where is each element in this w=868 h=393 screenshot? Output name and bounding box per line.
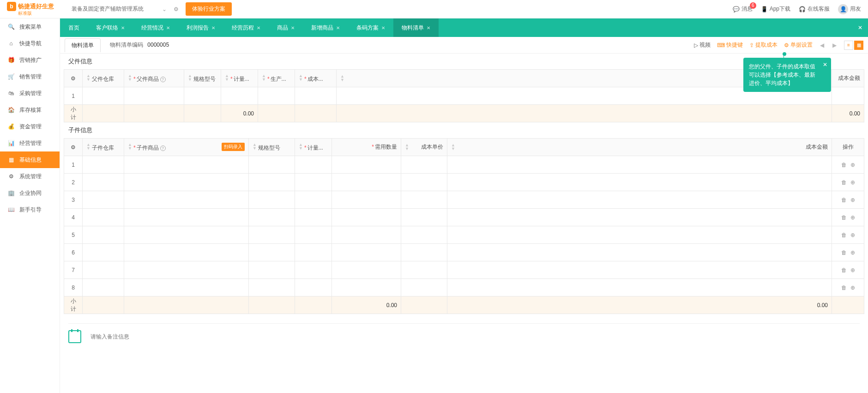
add-icon[interactable]: ⊕	[850, 232, 855, 238]
doc-setting-link[interactable]: ⚙单据设置	[784, 41, 813, 49]
tab-物料清单[interactable]: 物料清单✕	[393, 18, 439, 37]
delete-icon[interactable]: 🗑	[841, 162, 847, 168]
chart-icon: 📊	[7, 140, 15, 146]
sidebar-item-gift[interactable]: 🎁营销推广	[0, 52, 60, 68]
sidebar-item-guide[interactable]: 📖新手引导	[0, 201, 60, 218]
delete-icon[interactable]: 🗑	[841, 197, 847, 203]
view-list-button[interactable]: ≡	[844, 41, 853, 50]
table-row[interactable]: 3🗑⊕	[64, 191, 864, 209]
online-service-button[interactable]: 🎧 在线客服	[799, 5, 830, 13]
calendar-icon[interactable]	[68, 330, 81, 343]
table-row[interactable]: 6🗑⊕	[64, 244, 864, 261]
table-row[interactable]: 7🗑⊕	[64, 261, 864, 279]
gear-icon: ⚙	[784, 42, 789, 48]
sidebar-item-setting[interactable]: ⚙系统管理	[0, 168, 60, 185]
close-icon[interactable]: ✕	[166, 25, 170, 30]
col-child-warehouse[interactable]: ▲▼子件仓库	[83, 139, 124, 156]
sidebar-item-chart[interactable]: 📊经营管理	[0, 135, 60, 151]
close-icon[interactable]: ✕	[211, 25, 215, 30]
scan-input-tag[interactable]: 扫码录入	[222, 143, 245, 151]
col-child-cost-amount[interactable]: ▲▼成本金额	[447, 139, 832, 156]
add-icon[interactable]: ⊕	[850, 249, 855, 256]
close-icon[interactable]: ✕	[336, 25, 340, 30]
table-row[interactable]: 8🗑⊕	[64, 279, 864, 296]
add-icon[interactable]: ⊕	[850, 162, 855, 168]
help-icon[interactable]: ?	[160, 77, 166, 82]
col-parent-product[interactable]: ▲▼*父件商品?	[124, 70, 184, 87]
add-icon[interactable]: ⊕	[850, 284, 855, 291]
close-icon[interactable]: ✕	[381, 25, 385, 30]
experience-button[interactable]: 体验行业方案	[186, 2, 232, 16]
tab-利润报告[interactable]: 利润报告✕	[178, 18, 223, 37]
tab-首页[interactable]: 首页	[60, 18, 88, 37]
message-button[interactable]: 💬 消息 6	[733, 5, 753, 13]
delete-icon[interactable]: 🗑	[841, 284, 847, 291]
table-row[interactable]: 4🗑⊕	[64, 209, 864, 226]
close-icon[interactable]: ✕	[427, 25, 430, 30]
sidebar-item-warehouse[interactable]: 🏠库存核算	[0, 102, 60, 118]
sidebar-item-home[interactable]: ⌂快捷导航	[0, 35, 60, 52]
delete-icon[interactable]: 🗑	[841, 232, 847, 238]
add-icon[interactable]: ⊕	[850, 179, 855, 186]
sidebar-item-search[interactable]: 🔍搜索菜单	[0, 18, 60, 35]
system-selector[interactable]: 装备及固定资产辅助管理系统 ⌄	[72, 5, 167, 13]
add-icon[interactable]: ⊕	[850, 197, 855, 203]
gear-icon[interactable]: ⚙	[174, 6, 179, 12]
sidebar-item-enterprise[interactable]: 🏢企业协同	[0, 185, 60, 201]
table-row[interactable]: 1🗑⊕	[64, 156, 864, 174]
delete-icon[interactable]: 🗑	[841, 179, 847, 186]
col-parent-cost[interactable]: ▲▼*成本...	[295, 70, 337, 87]
extract-cost-link[interactable]: ⇪提取成本	[749, 41, 778, 49]
sidebar-item-data[interactable]: ▦基础信息	[0, 151, 60, 168]
tab-条码方案[interactable]: 条码方案✕	[348, 18, 393, 37]
delete-icon[interactable]: 🗑	[841, 267, 847, 273]
col-parent-spec[interactable]: ▲▼规格型号	[184, 70, 221, 87]
col-child-unit[interactable]: ▲▼*计量...	[295, 139, 332, 156]
add-icon[interactable]: ⊕	[850, 267, 855, 273]
video-link[interactable]: ▷视频	[694, 41, 711, 49]
close-icon[interactable]: ✕	[257, 25, 260, 30]
col-parent-produce[interactable]: ▲▼*生产...	[258, 70, 295, 87]
tab-商品[interactable]: 商品✕	[269, 18, 303, 37]
col-settings[interactable]: ⚙	[64, 70, 83, 87]
app-download-button[interactable]: 📱 App下载	[761, 5, 790, 13]
shortcut-link[interactable]: ⌨快捷键	[717, 41, 743, 49]
prev-arrow-icon[interactable]: ◀	[819, 42, 825, 48]
view-detail-button[interactable]: ▦	[854, 41, 863, 50]
tab-经营历程[interactable]: 经营历程✕	[223, 18, 269, 37]
delete-icon[interactable]: 🗑	[841, 249, 847, 256]
close-icon[interactable]: ✕	[121, 25, 125, 30]
close-all-tabs-icon[interactable]: ✕	[852, 24, 868, 31]
help-icon[interactable]: ?	[160, 145, 166, 151]
sidebar-item-money[interactable]: 💰资金管理	[0, 118, 60, 135]
add-icon[interactable]: ⊕	[850, 214, 855, 221]
sidebar-item-bag[interactable]: 🛍采购管理	[0, 85, 60, 102]
tab-经营情况[interactable]: 经营情况✕	[133, 18, 178, 37]
brand-name: 畅捷通好生意	[18, 2, 54, 11]
next-arrow-icon[interactable]: ▶	[832, 42, 838, 48]
col-child-need-qty[interactable]: *需用数量	[332, 139, 401, 156]
col-child-product[interactable]: ▲▼*子件商品?扫码录入	[124, 139, 249, 156]
gift-icon: 🎁	[7, 57, 15, 63]
user-menu[interactable]: 👤 用友	[838, 4, 861, 14]
home-icon: ⌂	[7, 40, 15, 47]
sidebar-item-label: 新手引导	[19, 206, 42, 214]
col-parent-unit[interactable]: ▲▼*计量...	[221, 70, 258, 87]
col-parent-cost-amount[interactable]: 成本金额	[832, 70, 864, 87]
sidebar-item-cart[interactable]: 🛒销售管理	[0, 68, 60, 85]
col-child-cost-price[interactable]: ▲▼成本单价	[401, 139, 447, 156]
col-settings[interactable]: ⚙	[64, 139, 83, 156]
col-parent-warehouse[interactable]: ▲▼父件仓库	[83, 70, 124, 87]
close-icon[interactable]: ✕	[823, 60, 827, 69]
table-row[interactable]: 2🗑⊕	[64, 174, 864, 191]
tab-客户联络[interactable]: 客户联络✕	[88, 18, 133, 37]
phone-icon: 📱	[761, 6, 768, 12]
table-row[interactable]: 5🗑⊕	[64, 226, 864, 244]
delete-icon[interactable]: 🗑	[841, 214, 847, 221]
sub-tab-main[interactable]: 物料清单	[65, 38, 101, 52]
note-input[interactable]	[90, 333, 229, 340]
tab-新增商品[interactable]: 新增商品✕	[303, 18, 348, 37]
chevron-down-icon: ⌄	[162, 6, 167, 12]
col-child-spec[interactable]: ▲▼规格型号	[249, 139, 295, 156]
close-icon[interactable]: ✕	[291, 25, 295, 30]
